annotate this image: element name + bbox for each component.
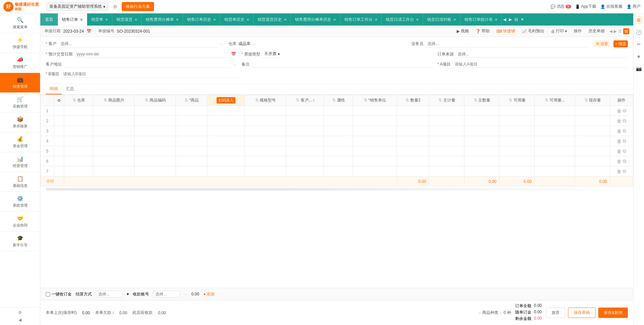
tab-sales-order[interactable]: 销售订单 ✕ [58,13,87,26]
view-video-btn[interactable]: ▶ 视频 [455,28,471,35]
one-click-deposit-checkbox[interactable]: 一键收订金 [46,291,72,297]
col-scan[interactable]: 扫码录入 [207,95,245,106]
tab-close-icon[interactable]: ✕ [333,18,336,22]
tab-sales-return-history[interactable]: 销货单历史 ✕ [220,13,254,26]
customer-more-icon[interactable]: ··· [220,42,223,46]
tab-more-btn[interactable]: ⊟ [513,17,519,22]
a-project-input[interactable] [453,61,628,68]
add-payment-btn[interactable]: ● 添加 [203,291,214,297]
tab-next-btn[interactable]: ▶ [507,17,513,22]
shortcut-btn[interactable]: ⌨ 快捷键 [494,28,517,35]
online-support-btn[interactable]: 👤 在线客服 [600,4,622,9]
delete-row-btn[interactable]: 🗑 [617,159,621,164]
ops-btn[interactable]: 操作 [572,28,584,35]
sidebar-item-inventory[interactable]: 📦 库存核算 [0,113,40,132]
sidebar-collapse-btn[interactable]: ◀ [3,318,37,322]
tab-close-icon[interactable]: ✕ [453,18,456,22]
sidebar-item-guide[interactable]: 🎓 新手引导 [0,232,40,251]
history-btn[interactable]: 历史单据 [586,28,607,35]
tab-prev-btn[interactable]: ◀ [502,17,507,22]
copy-row-btn[interactable]: ⧉ [623,128,626,134]
tab-sales-return[interactable]: 销货单 ✕ [87,13,112,26]
tab-sales-expense-split[interactable]: 销售费用分摊单 ✕ [142,13,183,26]
copy-row-btn[interactable]: ⧉ [623,148,626,154]
account-input[interactable] [153,291,180,297]
copy-row-btn[interactable]: ⧉ [623,108,626,114]
toolbar-list-view[interactable]: ☰ [618,29,622,34]
tab-close-icon[interactable]: ✕ [416,18,419,22]
message-btn[interactable]: 💬 消息 9 [551,4,571,9]
tab-close-icon[interactable]: ✕ [284,18,287,22]
tab-sales-refund-history[interactable]: 销货退货历史 ✕ [254,13,291,26]
sidebar-item-quick[interactable]: ⚡ 快捷导航 [0,33,40,53]
sidebar-item-marketing[interactable]: 📣 营销推广 [0,53,40,73]
copy-row-btn[interactable]: ⧉ [623,118,626,124]
right-star-icon[interactable]: ★ [635,52,643,60]
calendar-picker-icon[interactable]: 📅 [231,52,236,56]
tab-cash-daily-account[interactable]: 钱货日清对账 ✕ [423,13,460,26]
calendar-icon[interactable]: 📅 [86,29,91,34]
tab-close-icon[interactable]: ✕ [176,18,179,22]
right-settings-icon[interactable]: ⚙ [635,16,643,24]
right-edit-icon[interactable]: ✏ [635,40,643,48]
tab-close-icon[interactable]: ✕ [247,18,249,22]
tab-expense-history[interactable]: 销售费用分摊单历史 ✕ [291,13,340,26]
user-btn[interactable]: 👤 用户 [627,4,641,9]
form-settings-btn[interactable]: ⚙ 设置 [594,40,610,47]
add-row-btn[interactable]: + 物流 [613,40,628,47]
tab-close-icon[interactable]: ✕ [495,18,497,22]
delete-row-btn[interactable]: 🗑 [617,138,621,144]
industry-btn[interactable]: 体验行业方案 [122,2,154,11]
right-scan-icon[interactable]: 📷 [635,65,643,73]
delete-row-btn[interactable]: 🗑 [617,108,621,114]
delivery-date-input[interactable] [75,51,229,58]
print-btn[interactable]: 🖨 打印 ▾ [549,28,569,35]
discard-btn[interactable]: 放弃 [546,308,565,318]
copy-row-btn[interactable]: ⧉ [623,158,626,164]
tab-cash-daily-clear[interactable]: 钱货日清工作台 ✕ [382,13,423,26]
sidebar-item-search[interactable]: 🔍 搜索菜单 [0,13,40,33]
note-input[interactable] [252,61,432,68]
payment-dropdown-icon[interactable]: ▾ [127,292,129,296]
sidebar-item-system[interactable]: ⚙️ 系统管理 [0,192,40,212]
help-btn[interactable]: ❓ 帮助 [473,28,492,35]
customer-address-input[interactable] [64,61,231,68]
tab-home[interactable]: 首页 [40,13,58,26]
order-source-input[interactable] [456,51,628,58]
tab-sales-order-stats[interactable]: 销售订单统计表 ✕ [460,13,502,26]
one-click-checkbox-input[interactable] [46,292,50,296]
tab-close-icon[interactable]: ✕ [375,18,377,22]
save-draft-btn[interactable]: 保存草稿 [568,308,596,318]
tab-summary[interactable]: 汇总 [62,84,78,94]
delete-row-btn[interactable]: 🗑 [617,128,621,134]
tab-close-icon[interactable]: ✕ [213,18,216,22]
tab-close-all-btn[interactable]: ✕ [519,17,525,22]
tab-order-workbench[interactable]: 销售订单工作台 ✕ [340,13,382,26]
account-more-icon[interactable]: ··· [184,292,187,296]
sidebar-settings-btn[interactable]: ⚙ [3,310,37,315]
copy-row-btn[interactable]: ⧉ [623,138,626,144]
delete-row-btn[interactable]: 🗑 [617,169,621,174]
scan-input-btn[interactable]: 扫码录入 [217,97,235,104]
app-download-btn[interactable]: 📱 App下载 [575,4,596,9]
tab-close-icon[interactable]: ✕ [80,18,83,22]
save-new-btn[interactable]: 保存&新增 [598,308,628,318]
delete-row-btn[interactable]: 🗑 [617,118,621,124]
invoice-type-select[interactable]: 不开票 ▾ [262,50,282,58]
tab-close-icon[interactable]: ✕ [105,18,108,22]
toolbar-grid-view[interactable]: ⊞ [623,28,629,34]
customer-input[interactable] [59,40,218,47]
tab-sales-refund[interactable]: 销货退货 ✕ [112,13,142,26]
toolbar-nav-prev[interactable]: ◀ [609,29,612,34]
debt-info-icon[interactable]: ℹ [113,311,114,315]
address-more-icon[interactable]: ··· [233,62,236,67]
sidebar-item-purchase[interactable]: 🛒 采购管理 [0,93,40,113]
col-settings[interactable]: ⚙ [54,95,64,106]
toolbar-nav-next[interactable]: ▶ [614,29,617,34]
warehouse-more-icon[interactable]: ··· [253,42,256,46]
tab-detail[interactable]: 明细 [46,84,62,94]
system-settings-icon[interactable]: ⚙ [111,3,119,11]
sidebar-item-finance[interactable]: 💰 资金管理 [0,132,40,152]
system-selector[interactable]: 装备及固定资产辅助管理系统 ▾ [46,2,108,11]
profit-btn[interactable]: 📈 毛利预估 [520,28,546,35]
